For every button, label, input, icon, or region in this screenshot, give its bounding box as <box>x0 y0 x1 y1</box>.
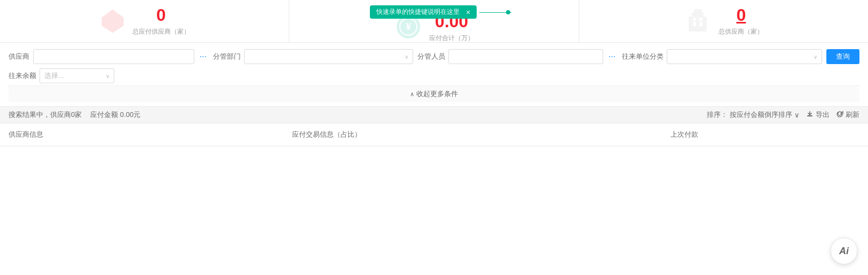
stat-card-total-suppliers: 0 总供应商（家） <box>579 0 868 42</box>
refresh-button[interactable]: 刷新 <box>836 110 859 120</box>
sort-value: 按应付会额倒序排序 <box>730 110 792 120</box>
col-header-lastpay: 上次付款 <box>670 130 859 139</box>
svg-rect-11 <box>699 18 703 21</box>
table-body <box>0 146 868 275</box>
supplier-field: 供应商 ··· <box>9 49 209 64</box>
refresh-label: 刷新 <box>846 110 859 120</box>
export-button[interactable]: 导出 <box>806 110 830 120</box>
collapse-button[interactable]: ∧ 收起更多条件 <box>9 85 859 102</box>
category-select[interactable]: ∨ <box>667 49 822 64</box>
category-arrow: ∨ <box>814 54 817 60</box>
category-field: 往来单位分类 ∨ <box>622 49 822 64</box>
svg-rect-9 <box>699 22 703 26</box>
stats-section: 0 总应付供应商（家） 快速录单的快捷键说明在这里 × ¥ 0.00 应付 <box>0 0 868 43</box>
col-header-supplier: 供应商信息 <box>9 130 292 139</box>
svg-rect-12 <box>807 115 812 116</box>
search-row-1: 供应商 ··· 分管部门 ∨ 分管人员 ··· 往来单位分类 ∨ <box>9 49 859 64</box>
collapse-icon: ∧ <box>410 91 414 98</box>
export-icon <box>806 111 814 120</box>
stat-label-amount: 应付合计（万） <box>429 34 474 43</box>
person-field: 分管人员 ··· <box>417 49 618 64</box>
stat-card-amount: 快速录单的快捷键说明在这里 × ¥ 0.00 应付合计（万） <box>289 0 579 42</box>
department-field: 分管部门 ∨ <box>213 49 413 64</box>
svg-rect-8 <box>693 22 696 26</box>
sort-dropdown[interactable]: 排序： 按应付会额倒序排序 ∨ <box>707 110 800 120</box>
tooltip-bar[interactable]: 快速录单的快捷键说明在这里 × <box>370 5 477 19</box>
balance-placeholder: 选择... <box>44 71 64 81</box>
person-input[interactable] <box>448 49 603 64</box>
svg-rect-5 <box>689 17 707 32</box>
department-label: 分管部门 <box>213 52 241 61</box>
ai-badge-label: Ai <box>839 246 849 257</box>
supplier-dots-button[interactable]: ··· <box>198 52 209 61</box>
table-header: 供应商信息 应付交易信息（占比） 上次付款 <box>0 123 868 146</box>
balance-select[interactable]: 选择... ∨ <box>40 68 114 83</box>
diamond-icon <box>99 7 126 35</box>
collapse-label: 收起更多条件 <box>416 89 458 99</box>
person-label: 分管人员 <box>417 52 445 61</box>
supplier-input[interactable] <box>33 49 194 64</box>
tooltip-close-button[interactable]: × <box>466 8 470 17</box>
query-button[interactable]: 查询 <box>826 49 859 64</box>
supplier-label: 供应商 <box>9 52 30 61</box>
search-area: 供应商 ··· 分管部门 ∨ 分管人员 ··· 往来单位分类 ∨ <box>0 43 868 107</box>
ai-badge-button[interactable]: Ai <box>831 238 857 264</box>
person-dots-button[interactable]: ··· <box>606 52 618 61</box>
balance-field: 往来余额 选择... ∨ <box>9 68 114 83</box>
balance-label: 往来余额 <box>9 71 36 81</box>
stat-number-suppliers-payable: 0 <box>156 6 166 25</box>
search-row-2: 往来余额 选择... ∨ <box>9 68 859 83</box>
svg-rect-10 <box>693 18 696 21</box>
svg-text:¥: ¥ <box>406 21 411 32</box>
stat-card-suppliers-payable: 0 总应付供应商（家） <box>0 0 289 42</box>
results-summary: 搜索结果中，供应商0家 应付金额 0.00元 <box>9 110 140 120</box>
stat-label-total-suppliers: 总供应商（家） <box>719 27 763 36</box>
col-header-transaction: 应付交易信息（占比） <box>292 130 670 139</box>
results-actions: 排序： 按应付会额倒序排序 ∨ 导出 刷新 <box>707 110 859 120</box>
department-arrow: ∨ <box>405 54 408 60</box>
sort-arrow-icon: ∨ <box>794 111 800 119</box>
export-label: 导出 <box>816 110 830 120</box>
results-amount: 应付金额 0.00元 <box>90 110 140 120</box>
tooltip-text: 快速录单的快捷键说明在这里 <box>376 7 460 17</box>
refresh-icon <box>836 111 843 120</box>
balance-arrow: ∨ <box>106 73 109 79</box>
category-label: 往来单位分类 <box>622 52 664 61</box>
building-icon <box>683 6 712 36</box>
stat-number-total-suppliers: 0 <box>736 6 746 25</box>
sort-prefix: 排序： <box>707 110 728 120</box>
results-bar: 搜索结果中，供应商0家 应付金额 0.00元 排序： 按应付会额倒序排序 ∨ 导… <box>0 107 868 123</box>
results-suppliers-count: 搜索结果中，供应商0家 <box>9 110 82 120</box>
department-select[interactable]: ∨ <box>244 49 413 64</box>
stat-label-suppliers-payable: 总应付供应商（家） <box>132 27 190 36</box>
svg-rect-7 <box>694 9 701 13</box>
